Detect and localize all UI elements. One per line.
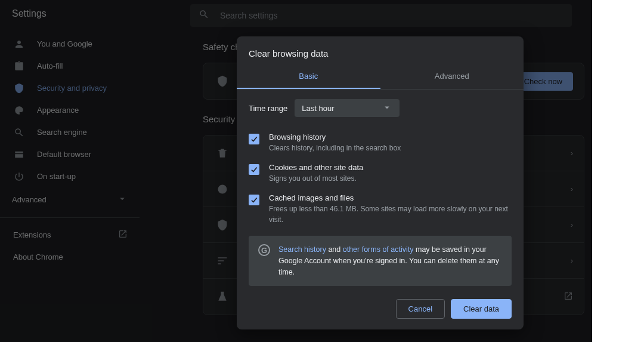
sidebar: You and Google Auto-fill Security and pr… xyxy=(0,33,140,268)
chevron-down-icon xyxy=(117,193,128,206)
chevron-down-icon xyxy=(382,102,392,115)
sidebar-advanced-label: Advanced xyxy=(12,195,47,204)
clear-browsing-dialog: Clear browsing data Basic Advanced Time … xyxy=(237,36,524,329)
sidebar-item-autofill[interactable]: Auto-fill xyxy=(0,55,140,77)
clipboard-icon xyxy=(13,61,25,72)
option-title: Cached images and files xyxy=(269,193,512,202)
shield-icon xyxy=(214,219,231,231)
browser-icon xyxy=(13,149,25,160)
option-title: Cookies and other site data xyxy=(269,163,363,172)
sidebar-item-label: Security and privacy xyxy=(37,84,107,93)
sidebar-item-search-engine[interactable]: Search engine xyxy=(0,121,140,143)
option-cache[interactable]: Cached images and files Frees up less th… xyxy=(249,189,512,230)
clear-data-button[interactable]: Clear data xyxy=(451,299,512,319)
cancel-button[interactable]: Cancel xyxy=(396,299,445,319)
sidebar-item-label: Appearance xyxy=(37,106,79,115)
google-icon xyxy=(258,244,270,256)
sidebar-item-startup[interactable]: On start-up xyxy=(0,165,140,187)
shield-icon xyxy=(13,83,25,94)
sidebar-item-label: On start-up xyxy=(37,172,76,181)
search-icon xyxy=(199,9,220,21)
sidebar-item-appearance[interactable]: Appearance xyxy=(0,99,140,121)
palette-icon xyxy=(13,105,25,116)
search-icon xyxy=(13,127,25,138)
sidebar-advanced-toggle[interactable]: Advanced xyxy=(0,187,140,211)
tab-basic[interactable]: Basic xyxy=(237,64,380,89)
checkbox-checked-icon[interactable] xyxy=(249,164,259,175)
shield-check-icon xyxy=(214,75,231,87)
page-title: Settings xyxy=(12,8,47,19)
chevron-right-icon: › xyxy=(571,220,573,229)
option-cookies[interactable]: Cookies and other site data Signs you ou… xyxy=(249,158,512,189)
settings-search[interactable] xyxy=(190,4,572,27)
link-other-activity[interactable]: other forms of activity xyxy=(343,245,414,254)
checkbox-checked-icon[interactable] xyxy=(249,134,259,144)
person-icon xyxy=(13,39,25,50)
link-search-history[interactable]: Search history xyxy=(278,245,326,254)
option-desc: Signs you out of most sites. xyxy=(269,173,363,184)
trash-icon xyxy=(214,147,231,159)
option-desc: Frees up less than 46.1 MB. Some sites m… xyxy=(269,204,512,225)
chevron-right-icon: › xyxy=(571,149,573,158)
chevron-right-icon: › xyxy=(571,184,573,193)
chevron-right-icon: › xyxy=(571,256,573,265)
sidebar-item-label: Auto-fill xyxy=(37,61,63,70)
google-account-note: Search history and other forms of activi… xyxy=(249,236,512,286)
time-range-select[interactable]: Last hour xyxy=(295,99,400,117)
svg-point-0 xyxy=(218,184,227,193)
tab-advanced[interactable]: Advanced xyxy=(380,64,524,89)
flask-icon xyxy=(214,291,231,303)
sidebar-item-default-browser[interactable]: Default browser xyxy=(0,143,140,165)
sidebar-item-about[interactable]: About Chrome xyxy=(0,246,140,268)
sidebar-item-you-and-google[interactable]: You and Google xyxy=(0,33,140,55)
sidebar-item-label: About Chrome xyxy=(13,252,63,261)
time-range-label: Time range xyxy=(249,104,287,113)
option-desc: Clears history, including in the search … xyxy=(269,143,401,153)
open-external-icon xyxy=(118,229,128,241)
sidebar-item-extensions[interactable]: Extensions xyxy=(0,224,140,246)
note-text: and xyxy=(326,245,343,254)
power-icon xyxy=(13,171,25,182)
sidebar-item-label: Default browser xyxy=(37,150,91,159)
sidebar-item-label: You and Google xyxy=(37,39,92,48)
option-title: Browsing history xyxy=(269,133,401,141)
open-external-icon xyxy=(564,291,573,303)
sidebar-item-security[interactable]: Security and privacy xyxy=(0,77,140,99)
tune-icon xyxy=(214,255,231,267)
sidebar-item-label: Extensions xyxy=(13,230,51,239)
dialog-title: Clear browsing data xyxy=(237,36,524,64)
option-browsing-history[interactable]: Browsing history Clears history, includi… xyxy=(249,128,512,158)
cookie-icon xyxy=(214,183,231,195)
search-input[interactable] xyxy=(220,11,564,20)
time-range-value: Last hour xyxy=(302,104,334,113)
sidebar-item-label: Search engine xyxy=(37,128,87,137)
checkbox-checked-icon[interactable] xyxy=(249,195,259,205)
